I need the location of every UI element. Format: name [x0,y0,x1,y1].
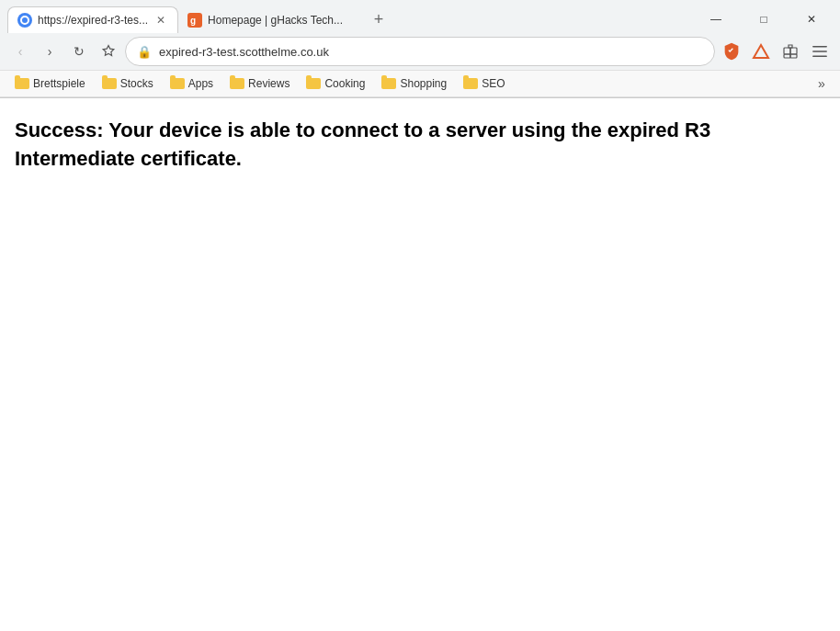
folder-icon [230,78,244,89]
back-button[interactable]: ‹ [7,39,33,64]
bookmark-label: Apps [188,77,213,90]
title-bar: https://expired-r3-tes... ✕ g Homepage |… [0,0,840,33]
tab-inactive-favicon: g [187,13,202,28]
folder-icon [381,78,396,89]
folder-icon [306,78,321,89]
tab-title: https://expired-r3-tes... [38,14,148,27]
browser-chrome: https://expired-r3-tes... ✕ g Homepage |… [0,0,840,98]
folder-icon [102,78,117,89]
tab-strip: https://expired-r3-tes... ✕ g Homepage |… [7,6,687,33]
url-text: expired-r3-test.scotthelme.co.uk [159,45,703,59]
page-content: Success: Your device is able to connect … [0,98,840,192]
svg-text:g: g [190,16,196,26]
reload-button[interactable]: ↻ [66,39,92,64]
brave-menu-icon[interactable] [748,39,774,64]
svg-rect-8 [812,56,827,58]
bookmark-label: Stocks [120,77,153,90]
new-tab-button[interactable]: + [366,7,392,33]
svg-rect-4 [784,54,790,58]
bookmark-reviews[interactable]: Reviews [222,74,297,93]
success-message: Success: Your device is able to connect … [15,117,805,174]
main-menu-icon[interactable] [807,39,833,64]
tab-close-button[interactable]: ✕ [153,13,168,28]
svg-rect-6 [812,46,827,48]
bookmark-brettspiele[interactable]: Brettspiele [7,74,93,93]
address-bar-right [719,39,833,64]
folder-icon [463,78,478,89]
tab-favicon [17,13,32,28]
bookmark-label: SEO [482,77,505,90]
close-button[interactable]: ✕ [790,6,833,33]
bookmarks-bar: Brettspiele Stocks Apps Reviews Cooking … [0,71,840,97]
more-bookmarks-button[interactable]: » [811,73,833,95]
forward-button[interactable]: › [37,39,62,64]
bookmark-label: Reviews [248,77,289,90]
svg-rect-7 [812,51,827,52]
svg-rect-3 [790,48,797,54]
address-bar[interactable]: 🔒 expired-r3-test.scotthelme.co.uk [125,37,715,66]
bookmark-apps[interactable]: Apps [163,74,221,93]
inactive-tab[interactable]: g Homepage | gHacks Tech... [178,7,362,33]
extensions-icon[interactable] [778,39,803,64]
active-tab[interactable]: https://expired-r3-tes... ✕ [7,6,178,33]
lock-icon: 🔒 [137,45,152,59]
maximize-button[interactable]: □ [743,6,785,33]
inactive-tab-title: Homepage | gHacks Tech... [208,14,353,27]
svg-rect-5 [790,54,797,58]
bookmark-label: Shopping [400,77,447,90]
bookmark-label: Cooking [324,77,365,90]
brave-shield-icon[interactable] [719,39,744,64]
bookmark-cooking[interactable]: Cooking [299,74,372,93]
address-bar-row: ‹ › ↻ 🔒 expired-r3-test.scotthelme.co.uk [0,33,840,71]
folder-icon [15,78,29,89]
bookmark-shopping[interactable]: Shopping [374,74,454,93]
svg-rect-2 [784,48,790,54]
window-controls: — □ ✕ [695,6,833,33]
bookmark-label: Brettspiele [33,77,85,90]
folder-icon [170,78,185,89]
bookmark-stocks[interactable]: Stocks [95,74,161,93]
minimize-button[interactable]: — [695,6,737,33]
bookmark-seo[interactable]: SEO [456,74,512,93]
bookmark-button[interactable] [96,39,121,64]
